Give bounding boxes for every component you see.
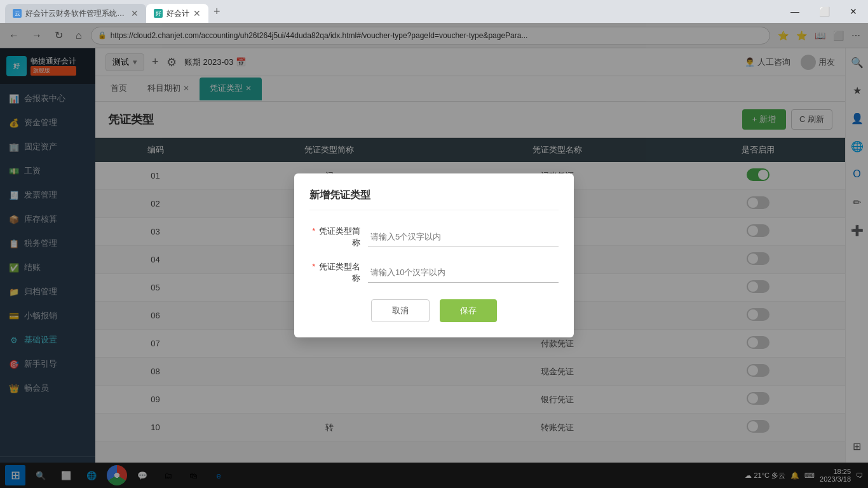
tab2-favicon: 好 [154, 9, 163, 18]
dialog-footer: 取消 保存 [309, 299, 559, 322]
tab1-label: 好会计云财务软件管理系统_会计 [25, 8, 127, 19]
minimize-button[interactable]: — [780, 0, 810, 23]
required-abbr-icon: * [312, 226, 315, 236]
new-voucher-type-dialog: 新增凭证类型 * 凭证类型简称 * 凭证类型名称 取消 保存 [294, 173, 574, 337]
abbr-input[interactable] [368, 227, 559, 247]
tab1-favicon: 云 [13, 9, 22, 18]
tab1-close-icon[interactable]: ✕ [131, 8, 139, 18]
dialog-title: 新增凭证类型 [309, 189, 559, 210]
maximize-button[interactable]: ⬜ [810, 0, 839, 23]
save-button[interactable]: 保存 [440, 299, 497, 322]
tab2-label: 好会计 [166, 8, 189, 19]
new-tab-button[interactable]: + [208, 5, 226, 18]
form-label-abbr: * 凭证类型简称 [309, 226, 360, 248]
form-row-name: * 凭证类型名称 [309, 261, 559, 284]
name-input[interactable] [368, 262, 559, 283]
form-label-name: * 凭证类型名称 [309, 261, 360, 284]
dialog-form: * 凭证类型简称 * 凭证类型名称 [309, 226, 559, 284]
browser-tab-1[interactable]: 云 好会计云财务软件管理系统_会计 ✕ [5, 4, 146, 23]
cancel-button[interactable]: 取消 [371, 299, 430, 322]
close-button[interactable]: ✕ [839, 0, 868, 23]
dialog-overlay: 新增凭证类型 * 凭证类型简称 * 凭证类型名称 取消 保存 [0, 23, 868, 488]
browser-tab-2[interactable]: 好 好会计 ✕ [146, 4, 208, 23]
required-name-icon: * [312, 262, 315, 271]
form-row-abbr: * 凭证类型简称 [309, 226, 559, 248]
tab2-close-icon[interactable]: ✕ [193, 8, 201, 18]
